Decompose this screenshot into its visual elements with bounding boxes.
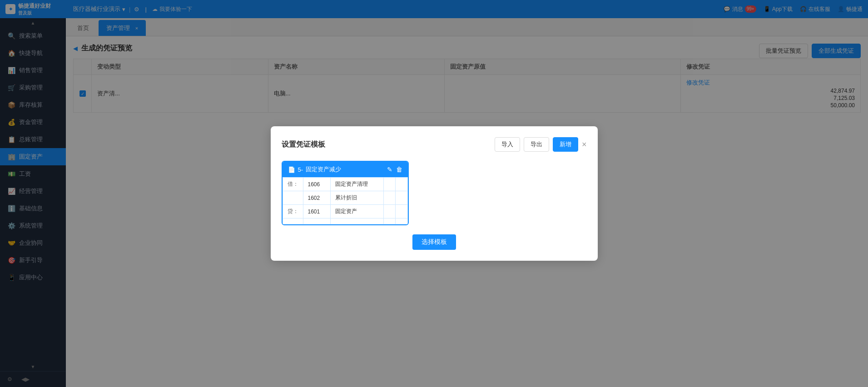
select-template-button[interactable]: 选择模板 [412,234,456,250]
export-button[interactable]: 导出 [524,137,549,152]
account-name-2: 累计折旧 [330,191,383,205]
account-code-1: 1606 [303,178,330,191]
modal-dialog: 设置凭证模板 导入 导出 新增 × 📄 5- 固定资产减少 ✎ 🗑 [271,126,598,261]
delete-icon[interactable]: 🗑 [396,166,402,173]
account-name-3: 固定资产 [330,205,383,218]
col3-2 [383,191,395,205]
col4-1 [396,178,407,191]
direction-3: 贷： [283,205,303,218]
import-button[interactable]: 导入 [495,137,520,152]
modal-close-button[interactable]: × [582,140,587,149]
new-button[interactable]: 新增 [553,137,578,152]
template-name: 固定资产减少 [306,165,341,174]
template-card-body: 借： 1606 固定资产清理 1602 累计折旧 [283,177,408,224]
template-card-header: 📄 5- 固定资产减少 ✎ 🗑 [283,162,408,177]
direction-2 [283,191,303,205]
account-name-1: 固定资产清理 [330,178,383,191]
account-code-2: 1602 [303,191,330,205]
modal-header: 设置凭证模板 导入 导出 新增 × [282,137,587,152]
account-code-3: 1601 [303,205,330,218]
account-name-4 [330,218,383,224]
direction-1: 借： [283,178,303,191]
template-card: 📄 5- 固定资产减少 ✎ 🗑 借： 1606 固定资产清理 [282,161,409,225]
template-table: 借： 1606 固定资产清理 1602 累计折旧 [283,177,408,224]
template-number: 5- [298,166,303,173]
document-icon: 📄 [288,166,295,173]
col4-4 [396,218,407,224]
template-row-3: 贷： 1601 固定资产 [283,205,407,218]
template-row-1: 借： 1606 固定资产清理 [283,178,407,191]
col3-1 [383,178,395,191]
card-title: 📄 5- 固定资产减少 [288,165,342,174]
template-row-2: 1602 累计折旧 [283,191,407,205]
edit-icon[interactable]: ✎ [387,166,392,173]
modal-backdrop: 设置凭证模板 导入 导出 新增 × 📄 5- 固定资产减少 ✎ 🗑 [0,0,868,387]
template-card-actions: ✎ 🗑 [387,166,402,173]
col4-3 [396,205,407,218]
template-row-4 [283,218,407,224]
modal-toolbar: 导入 导出 新增 × [495,137,587,152]
col3-4 [383,218,395,224]
direction-4 [283,218,303,224]
col3-3 [383,205,395,218]
modal-title: 设置凭证模板 [282,140,325,149]
col4-2 [396,191,407,205]
account-code-4 [303,218,330,224]
